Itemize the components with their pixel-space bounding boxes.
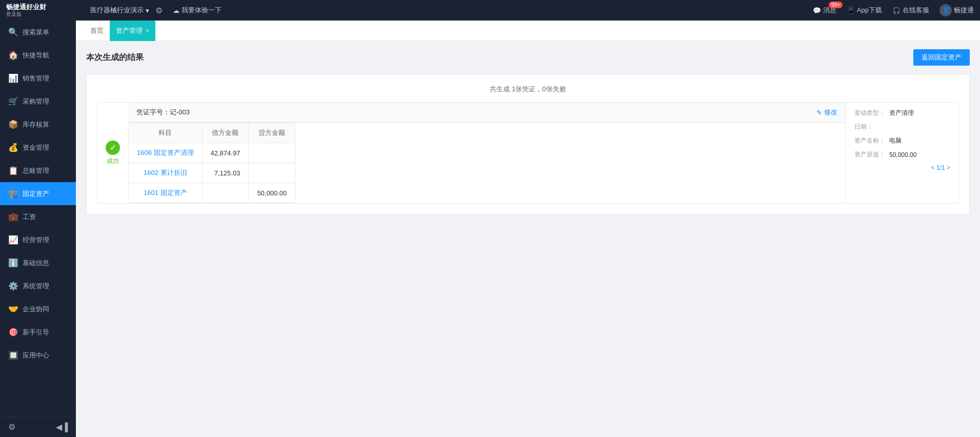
logo-area: 畅捷通好业财 普及版 xyxy=(6,3,82,17)
cell-subject-0: 1606 固定资产清理 xyxy=(129,143,203,163)
sidebar-item-sales[interactable]: 📊 销售管理 xyxy=(0,67,76,90)
voucher-section: ✓ 成功 凭证字号：记-003 ✎ 修改 xyxy=(97,102,959,204)
sidebar-label-operations: 经营管理 xyxy=(23,235,49,245)
tab-label-home: 首页 xyxy=(90,26,104,35)
logo-title: 畅捷通好业财 xyxy=(6,3,46,11)
app-download-btn[interactable]: 📱 App下载 xyxy=(847,6,882,15)
user-name: 畅捷通 xyxy=(954,6,974,15)
cell-credit-1 xyxy=(249,163,295,183)
sidebar-icon-finance: 💰 xyxy=(8,143,17,152)
top-header: 畅捷通好业财 普及版 医疗器械行业演示 ▾ ⚙ ☁ 我要体验一下 💬 消息 99… xyxy=(0,0,980,21)
sidebar-item-ledger[interactable]: 📋 总账管理 xyxy=(0,159,76,182)
col-subject: 科目 xyxy=(129,123,203,143)
prev-page-icon[interactable]: < xyxy=(931,164,935,171)
detail-change-type: 变动类型： 资产清理 xyxy=(854,109,950,117)
sidebar-item-operations[interactable]: 📈 经营管理 xyxy=(0,228,76,251)
headset-icon: 🎧 xyxy=(892,7,901,14)
edit-label: 修改 xyxy=(824,108,837,117)
sidebar-icon-sales: 📊 xyxy=(8,73,17,83)
page-title: 本次生成的结果 xyxy=(86,52,144,63)
company-name: 医疗器械行业演示 xyxy=(90,6,144,15)
phone-icon: 📱 xyxy=(847,7,855,14)
sidebar-icon-ledger: 📋 xyxy=(8,166,17,175)
collapse-sidebar-icon[interactable]: ◀▐ xyxy=(56,422,68,432)
original-value-label: 资产原值： xyxy=(854,150,885,159)
sidebar-icon-app-center: 🔲 xyxy=(8,350,17,360)
message-btn[interactable]: 💬 消息 99+ xyxy=(813,6,836,15)
sidebar-label-purchase: 采购管理 xyxy=(23,97,49,106)
sidebar-item-basic-info[interactable]: ℹ️ 基础信息 xyxy=(0,251,76,274)
tab-home[interactable]: 首页 xyxy=(84,21,110,41)
cloud-icon: ☁ xyxy=(173,7,179,14)
main-layout: 🔍 搜索菜单 🏠 快捷导航 📊 销售管理 🛒 采购管理 📦 库存核算 💰 资金管… xyxy=(0,21,980,437)
tab-asset-mgmt[interactable]: 资产管理× xyxy=(110,21,155,41)
success-indicator: ✓ 成功 xyxy=(97,103,128,203)
table-header-row: 科目 借方金额 贷方金额 xyxy=(129,123,295,143)
sidebar-label-basic-info: 基础信息 xyxy=(23,259,49,268)
voucher-table: 科目 借方金额 贷方金额 1606 固定资产清理 42,874.97 1602 … xyxy=(128,123,295,203)
content-area: 首页资产管理× 本次生成的结果 返回固定资产 共生成 1张凭证，0张失败 ✓ 成… xyxy=(76,21,980,437)
sidebar-icon-operations: 📈 xyxy=(8,235,17,245)
cell-credit-2: 50,000.00 xyxy=(249,183,295,203)
cell-subject-1: 1602 累计折旧 xyxy=(129,163,203,183)
experience-btn[interactable]: ☁ 我要体验一下 xyxy=(173,6,222,15)
voucher-number: 凭证字号：记-003 xyxy=(136,108,190,117)
sidebar-icon-system: ⚙️ xyxy=(8,281,17,291)
logo-subtitle: 普及版 xyxy=(6,11,22,17)
sidebar-icon-fixed-assets: 🏗️ xyxy=(8,189,17,198)
change-type-value: 资产清理 xyxy=(889,109,914,117)
sidebar-item-system[interactable]: ⚙️ 系统管理 xyxy=(0,274,76,297)
tab-close-asset-mgmt[interactable]: × xyxy=(146,27,149,34)
user-profile-btn[interactable]: 👤 畅捷通 xyxy=(939,4,974,16)
sidebar-label-sales: 销售管理 xyxy=(23,74,49,83)
sidebar-scroll: 🔍 搜索菜单 🏠 快捷导航 📊 销售管理 🛒 采购管理 📦 库存核算 💰 资金管… xyxy=(0,21,76,416)
sidebar-item-guide[interactable]: 🎯 新手引导 xyxy=(0,321,76,344)
success-text: 成功 xyxy=(107,157,119,166)
return-button[interactable]: 返回固定资产 xyxy=(913,49,970,66)
sidebar-item-quick-nav[interactable]: 🏠 快捷导航 xyxy=(0,44,76,67)
result-summary: 共生成 1张凭证，0张失败 xyxy=(97,85,959,94)
change-type-label: 变动类型： xyxy=(854,109,885,117)
cell-debit-2 xyxy=(202,183,249,203)
message-badge: 99+ xyxy=(829,2,843,8)
sidebar-icon-search: 🔍 xyxy=(8,27,17,37)
next-page-icon[interactable]: > xyxy=(947,164,950,171)
sidebar-item-inventory[interactable]: 📦 库存核算 xyxy=(0,113,76,136)
app-download-label: App下载 xyxy=(857,6,882,15)
sidebar-item-app-center[interactable]: 🔲 应用中心 xyxy=(0,344,76,367)
customer-service-btn[interactable]: 🎧 在线客服 xyxy=(892,6,929,15)
sidebar-item-fixed-assets[interactable]: 🏗️ 固定资产 xyxy=(0,182,76,205)
success-icon: ✓ xyxy=(106,141,120,155)
result-panel: 共生成 1张凭证，0张失败 ✓ 成功 凭证字号：记-003 ✎ 修改 xyxy=(86,74,970,214)
settings-icon-btn[interactable]: ⚙ xyxy=(155,6,163,15)
sidebar-item-salary[interactable]: 💼 工资 xyxy=(0,205,76,228)
detail-date: 日期： xyxy=(854,123,950,131)
sidebar-item-finance[interactable]: 💰 资金管理 xyxy=(0,136,76,159)
sidebar-icon-inventory: 📦 xyxy=(8,120,17,129)
voucher-table-head: 科目 借方金额 贷方金额 xyxy=(129,123,295,143)
message-icon: 💬 xyxy=(813,7,821,14)
sidebar-icon-quick-nav: 🏠 xyxy=(8,50,17,60)
sidebar-footer: ⚙ ◀▐ xyxy=(0,416,76,437)
sidebar-item-purchase[interactable]: 🛒 采购管理 xyxy=(0,90,76,113)
detail-asset-name: 资产名称： 电脑 xyxy=(854,136,950,145)
sidebar-item-enterprise[interactable]: 🤝 企业协同 xyxy=(0,297,76,321)
settings-footer-icon[interactable]: ⚙ xyxy=(8,422,15,432)
detail-original-value: 资产原值： 50,000.00 xyxy=(854,150,950,159)
side-detail: 变动类型： 资产清理 日期： 资产名称： 电脑 资产原值： xyxy=(846,103,958,203)
company-selector[interactable]: 医疗器械行业演示 ▾ xyxy=(90,6,149,15)
table-row: 1606 固定资产清理 42,874.97 xyxy=(129,143,295,163)
sidebar-label-salary: 工资 xyxy=(23,212,36,222)
edit-button[interactable]: ✎ 修改 xyxy=(816,108,837,117)
sidebar-item-search[interactable]: 🔍 搜索菜单 xyxy=(0,21,76,44)
voucher-header-row: 凭证字号：记-003 ✎ 修改 xyxy=(128,103,846,123)
header-right: 💬 消息 99+ 📱 App下载 🎧 在线客服 👤 畅捷通 xyxy=(813,4,974,16)
avatar: 👤 xyxy=(939,4,952,16)
original-value-value: 50,000.00 xyxy=(889,151,916,158)
sidebar-label-search: 搜索菜单 xyxy=(23,28,49,37)
table-row: 1602 累计折旧 7,125.03 xyxy=(129,163,295,183)
date-label: 日期： xyxy=(854,123,873,131)
cell-subject-2: 1601 固定资产 xyxy=(129,183,203,203)
sidebar-icon-basic-info: ℹ️ xyxy=(8,258,17,268)
table-row: 1601 固定资产 50,000.00 xyxy=(129,183,295,203)
